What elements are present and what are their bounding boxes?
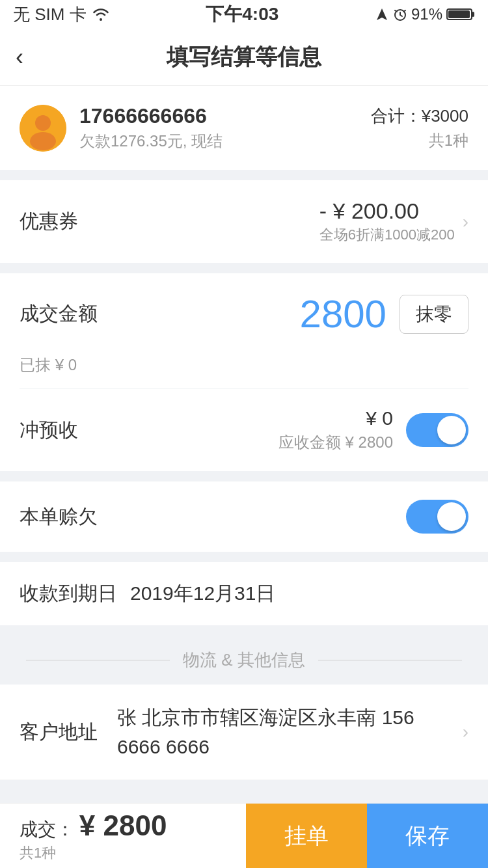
due-date-row: 收款到期日 2019年12月31日: [20, 580, 468, 607]
user-details: 17666666666 欠款1276.35元, 现结: [79, 104, 223, 152]
credit-toggle[interactable]: [406, 500, 468, 534]
battery-icon: [446, 7, 475, 21]
bottom-total-prefix: 成交：: [20, 819, 74, 839]
rush-sub: 应收金额 ¥ 2800: [278, 432, 393, 453]
bottom-info: 成交： ¥ 2800 共1种: [0, 809, 246, 863]
address-value: 张 北京市市辖区海淀区永丰南 156 6666 6666: [117, 703, 463, 761]
rush-amount: ¥ 0: [278, 407, 393, 429]
round-button[interactable]: 抹零: [400, 295, 468, 334]
bottom-count: 共1种: [20, 843, 226, 863]
credit-toggle-knob: [437, 502, 466, 531]
due-date-section: 收款到期日 2019年12月31日: [0, 562, 488, 625]
alarm-icon: [393, 7, 407, 21]
amount-sub: 已抹 ¥ 0: [0, 355, 488, 388]
status-time: 下午4:03: [206, 2, 278, 27]
amount-right: 2800 抹零: [300, 292, 468, 336]
logistics-divider: 物流 & 其他信息: [0, 636, 488, 685]
address-section[interactable]: 客户地址 张 北京市市辖区海淀区永丰南 156 6666 6666 ›: [0, 685, 488, 780]
page-header: ‹ 填写结算等信息: [0, 29, 488, 86]
rush-label: 冲预收: [20, 417, 78, 444]
due-date-value: 2019年12月31日: [130, 580, 275, 607]
save-button[interactable]: 保存: [367, 804, 488, 869]
status-left: 无 SIM 卡: [13, 3, 110, 26]
coupon-right: - ¥ 200.00 全场6折满1000减200 ›: [319, 198, 468, 245]
battery-percent: 91%: [411, 5, 442, 23]
logistics-line-right: [318, 660, 462, 660]
total-label: 合计：¥3000: [371, 105, 468, 128]
wifi-icon: [92, 8, 110, 21]
credit-toggle-wrap[interactable]: [406, 500, 468, 534]
address-label: 客户地址: [20, 719, 104, 746]
coupon-discount: - ¥ 200.00: [319, 198, 455, 224]
logistics-line-left: [26, 660, 170, 660]
bottom-total-value: ¥ 2800: [79, 809, 167, 841]
coupon-arrow-icon: ›: [463, 211, 468, 232]
svg-point-5: [35, 115, 51, 131]
amount-label: 成交金额: [20, 301, 98, 327]
bottom-bar: 成交： ¥ 2800 共1种 挂单 保存: [0, 803, 488, 868]
address-arrow-icon: ›: [463, 722, 468, 742]
svg-rect-3: [448, 10, 470, 18]
coupon-section[interactable]: 优惠券 - ¥ 200.00 全场6折满1000减200 ›: [0, 180, 488, 263]
amount-section: 成交金额 2800 抹零 已抹 ¥ 0 冲预收 ¥ 0 应收金额 ¥ 2800: [0, 273, 488, 471]
svg-rect-2: [472, 12, 474, 17]
logistics-text: 物流 & 其他信息: [183, 649, 305, 671]
total-count: 共1种: [371, 130, 468, 151]
rush-row: 冲预收 ¥ 0 应收金额 ¥ 2800: [0, 389, 488, 471]
coupon-label: 优惠券: [20, 208, 78, 235]
back-button[interactable]: ‹: [16, 44, 23, 71]
credit-section: 本单赊欠: [0, 481, 488, 552]
user-info-section: 17666666666 欠款1276.35元, 现结 合计：¥3000 共1种: [0, 86, 488, 170]
rush-toggle-knob: [437, 416, 466, 444]
user-phone: 17666666666: [79, 104, 223, 128]
coupon-details: - ¥ 200.00 全场6折满1000减200: [319, 198, 455, 245]
no-sim-label: 无 SIM 卡: [13, 3, 87, 26]
page-title: 填写结算等信息: [167, 42, 321, 72]
avatar: [20, 105, 66, 152]
pending-button[interactable]: 挂单: [246, 804, 367, 869]
credit-label: 本单赊欠: [20, 504, 98, 530]
coupon-sub: 全场6折满1000减200: [319, 225, 455, 245]
bottom-total-row: 成交： ¥ 2800: [20, 809, 226, 842]
location-icon: [375, 7, 389, 21]
user-total: 合计：¥3000 共1种: [371, 105, 468, 151]
status-right: 91%: [375, 5, 475, 23]
logistics-section: 物流 & 其他信息: [0, 636, 488, 685]
svg-point-6: [30, 132, 56, 150]
rush-right: ¥ 0 应收金额 ¥ 2800: [278, 407, 393, 453]
rush-toggle[interactable]: [406, 413, 468, 447]
rush-toggle-wrap[interactable]: [406, 413, 468, 447]
amount-row: 成交金额 2800 抹零: [0, 273, 488, 355]
address-row[interactable]: 客户地址 张 北京市市辖区海淀区永丰南 156 6666 6666 ›: [0, 685, 488, 780]
due-label: 收款到期日: [20, 580, 117, 607]
amount-value: 2800: [300, 292, 386, 336]
user-sub: 欠款1276.35元, 现结: [79, 131, 223, 152]
user-left: 17666666666 欠款1276.35元, 现结: [20, 104, 223, 152]
status-bar: 无 SIM 卡 下午4:03 91%: [0, 0, 488, 29]
